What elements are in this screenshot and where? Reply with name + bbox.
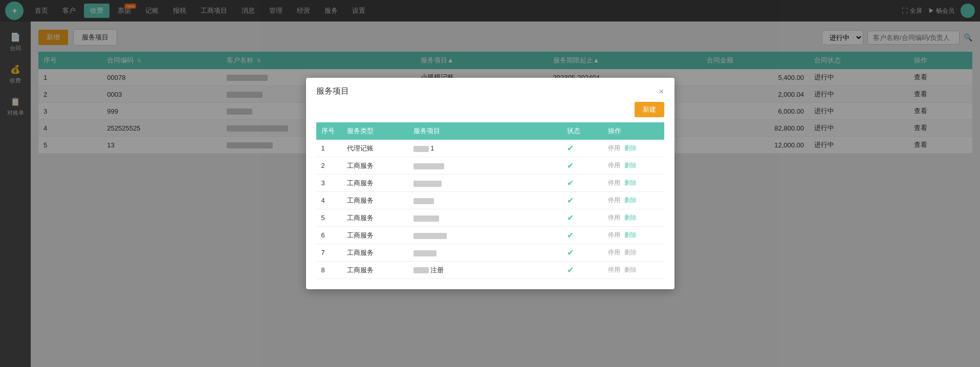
modal-cell-item [408,244,562,262]
modal-cell-seq: 2 [316,157,342,175]
list-item: 4 工商服务 ✔ 停用 删除 [316,192,664,209]
stop-button[interactable]: 停用 [608,248,620,257]
modal-cell-action: 停用 删除 [603,175,664,192]
modal-header: 服务项目 × [306,78,674,102]
modal-overlay[interactable]: 服务项目 × 新建 序号 服务类型 服务项目 状态 操作 [0,0,980,367]
modal-cell-status: ✔ [562,227,603,244]
modal-cell-type: 工商服务 [342,209,408,227]
modal-toolbar: 新建 [306,102,674,122]
modal-cell-status: ✔ [562,175,603,192]
modal-cell-seq: 3 [316,175,342,192]
list-item: 7 工商服务 ✔ 停用 删除 [316,244,664,262]
modal-cell-action: 停用 删除 [603,157,664,175]
status-active-icon: ✔ [567,179,574,187]
modal-table-wrapper: 序号 服务类型 服务项目 状态 操作 1 代理记账 1 [306,122,674,289]
status-active-icon: ✔ [567,213,574,222]
modal-cell-seq: 6 [316,227,342,244]
modal-cell-type: 工商服务 [342,244,408,262]
list-item: 5 工商服务 ✔ 停用 删除 [316,209,664,227]
modal-cell-item [408,157,562,175]
modal-cell-status: ✔ [562,140,603,157]
modal-cell-item: 1 [408,140,562,157]
delete-button[interactable]: 删除 [624,196,637,205]
stop-button[interactable]: 停用 [608,196,620,205]
list-item: 3 工商服务 ✔ 停用 删除 [316,175,664,192]
stop-button[interactable]: 停用 [608,266,620,274]
list-item: 8 工商服务 注册 ✔ 停用 删除 [316,262,664,279]
modal-col-status: 状态 [562,122,603,140]
modal-cell-action: 停用 删除 [603,227,664,244]
modal-cell-action: 停用 删除 [603,209,664,227]
status-active-icon: ✔ [567,196,574,205]
modal-cell-status: ✔ [562,209,603,227]
modal-cell-status: ✔ [562,262,603,279]
delete-button[interactable]: 删除 [624,231,637,240]
stop-button[interactable]: 停用 [608,213,620,222]
modal-cell-item [408,175,562,192]
status-active-icon: ✔ [567,248,574,257]
modal-cell-seq: 1 [316,140,342,157]
modal-cell-seq: 7 [316,244,342,262]
modal-cell-status: ✔ [562,157,603,175]
modal-col-seq: 序号 [316,122,342,140]
delete-button[interactable]: 删除 [624,161,637,170]
modal-new-button[interactable]: 新建 [635,102,664,117]
modal-close-button[interactable]: × [659,87,664,96]
modal-col-item: 服务项目 [408,122,562,140]
status-active-icon: ✔ [567,231,574,240]
status-active-icon: ✔ [567,161,574,170]
service-table: 序号 服务类型 服务项目 状态 操作 1 代理记账 1 [316,122,664,279]
modal-title: 服务项目 [316,86,349,97]
service-modal: 服务项目 × 新建 序号 服务类型 服务项目 状态 操作 [306,78,674,289]
modal-cell-type: 工商服务 [342,262,408,279]
modal-cell-item [408,209,562,227]
delete-button[interactable]: 删除 [624,144,637,153]
modal-cell-item [408,227,562,244]
modal-cell-type: 工商服务 [342,192,408,209]
list-item: 1 代理记账 1 ✔ 停用 删除 [316,140,664,157]
modal-cell-seq: 4 [316,192,342,209]
modal-col-action: 操作 [603,122,664,140]
delete-button[interactable]: 删除 [624,213,637,222]
modal-cell-type: 工商服务 [342,175,408,192]
list-item: 6 工商服务 ✔ 停用 删除 [316,227,664,244]
list-item: 2 工商服务 ✔ 停用 删除 [316,157,664,175]
modal-col-type: 服务类型 [342,122,408,140]
status-active-icon: ✔ [567,144,574,153]
stop-button[interactable]: 停用 [608,231,620,240]
modal-cell-item [408,192,562,209]
delete-button[interactable]: 删除 [624,248,637,257]
stop-button[interactable]: 停用 [608,144,620,153]
modal-cell-action: 停用 删除 [603,244,664,262]
stop-button[interactable]: 停用 [608,161,620,170]
modal-cell-seq: 5 [316,209,342,227]
modal-cell-action: 停用 删除 [603,262,664,279]
modal-cell-action: 停用 删除 [603,140,664,157]
modal-cell-item: 注册 [408,262,562,279]
status-active-icon: ✔ [567,266,574,274]
modal-cell-type: 工商服务 [342,227,408,244]
modal-cell-type: 工商服务 [342,157,408,175]
modal-cell-type: 代理记账 [342,140,408,157]
modal-cell-status: ✔ [562,192,603,209]
modal-cell-action: 停用 删除 [603,192,664,209]
stop-button[interactable]: 停用 [608,179,620,187]
modal-cell-status: ✔ [562,244,603,262]
modal-cell-seq: 8 [316,262,342,279]
delete-button[interactable]: 删除 [624,266,637,274]
delete-button[interactable]: 删除 [624,179,637,187]
